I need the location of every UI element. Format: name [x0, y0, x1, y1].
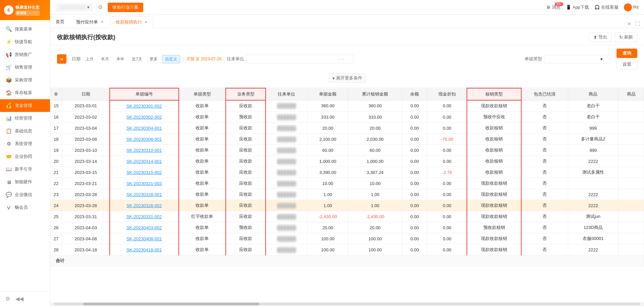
- cell-included: 否: [521, 244, 568, 255]
- cell-balance: 0.00: [402, 233, 427, 244]
- cell-partner: ██████: [266, 167, 307, 178]
- export-btn[interactable]: ⬆ 导出: [589, 32, 611, 42]
- bill-no-link[interactable]: SK-20230328-002: [126, 203, 162, 208]
- gear-icon[interactable]: ⚙: [96, 3, 105, 12]
- table-total-row: 合计: [50, 255, 644, 266]
- cell-bill-no: SK-20230310-001: [110, 145, 179, 156]
- sidebar-item-fund[interactable]: 💰资金管理: [0, 99, 50, 112]
- sidebar-item-inventory[interactable]: 🏠库存核算: [0, 86, 50, 99]
- th-settings[interactable]: ⚙: [50, 88, 62, 100]
- th-bill-type: 单据类型: [179, 88, 226, 100]
- cell-date: 2023-03-02: [62, 112, 110, 123]
- bill-type-chevron: ▾: [600, 57, 603, 62]
- bill-no-link[interactable]: SK-20230321-003: [126, 181, 162, 186]
- th-biz-type: 业务类型: [226, 88, 266, 100]
- user-area[interactable]: Rit: [624, 3, 639, 11]
- bill-no-link[interactable]: SK-20230310-001: [126, 148, 162, 153]
- bill-no-link[interactable]: SK-20230314-001: [126, 159, 162, 164]
- app-download-label: App下载: [573, 4, 589, 10]
- filter-date-item: 日期 上月 本月 本年 近7天 更多 自定义 | 不限 至 2023-07-26: [72, 55, 221, 63]
- cell-included: 否: [521, 233, 568, 244]
- date-btn-custom[interactable]: 自定义: [162, 55, 180, 63]
- cell-bill-type: 收款单: [179, 100, 226, 112]
- sidebar-wechat-label: 企业微信: [15, 192, 32, 198]
- cell-date: 2023-04-08: [62, 233, 110, 244]
- expand-more-btn[interactable]: ▾ 展开更多条件: [329, 73, 366, 83]
- cell-product1: 999: [568, 123, 618, 134]
- bill-no-link[interactable]: SK-20230418-001: [126, 247, 162, 252]
- industry-btn[interactable]: 体验行业方案: [108, 3, 143, 12]
- tab-expand-icon[interactable]: ⛶: [634, 20, 641, 28]
- sidebar-system-icon: ⚙: [5, 141, 12, 147]
- user-avatar: [624, 3, 632, 11]
- horizontal-scrollbar[interactable]: [50, 302, 644, 306]
- cell-partner: ██████: [266, 244, 307, 255]
- bill-no-link[interactable]: SK-20230302-002: [126, 115, 162, 120]
- sidebar-item-operation[interactable]: 📊经营管理: [0, 112, 50, 125]
- page-header: 收款核销执行(按收款) ⬆ 导出 ↻ 刷新: [50, 28, 644, 45]
- tab-collection-close[interactable]: ✕: [145, 20, 148, 24]
- date-btn-more[interactable]: 更多: [147, 55, 161, 63]
- date-btn-last-month[interactable]: 上月: [83, 55, 97, 63]
- sidebar-item-search[interactable]: 🔍搜索菜单: [0, 23, 50, 36]
- sidebar-item-sales[interactable]: 🛒销售管理: [0, 61, 50, 74]
- bill-no-link[interactable]: SK-20230408-001: [126, 236, 162, 241]
- sidebar-item-system[interactable]: ⚙系统管理: [0, 137, 50, 150]
- cell-product1: 2222: [568, 244, 618, 255]
- tab-prepay-close[interactable]: ✕: [101, 20, 104, 24]
- collapse-icon[interactable]: ◀◀: [15, 296, 23, 302]
- bill-no-link[interactable]: SK-20230331-002: [126, 214, 162, 219]
- partner-select[interactable]: ···: [246, 55, 354, 63]
- cell-date: 2023-03-01: [62, 100, 110, 112]
- bill-no-link[interactable]: SK-20230328-001: [126, 192, 162, 197]
- cell-balance: 0.00: [402, 222, 427, 233]
- date-btn-7days[interactable]: 近7天: [129, 55, 145, 63]
- bill-type-select[interactable]: ▾: [544, 55, 611, 63]
- cell-included: 否: [521, 112, 568, 123]
- sidebar-item-basic[interactable]: 📋基础信息: [0, 125, 50, 137]
- app-download-btn[interactable]: 📱 App下载: [566, 4, 589, 10]
- cell-bill-no: SK-20230308-001: [110, 134, 179, 145]
- query-btn[interactable]: 查询: [616, 49, 637, 58]
- sidebar-item-quick[interactable]: ⚡快捷导航: [0, 36, 50, 48]
- bill-no-link[interactable]: SK-20230304-001: [126, 126, 162, 131]
- scrollbar-thumb[interactable]: [83, 303, 259, 305]
- cell-verify-type: 现款收款核销: [467, 178, 521, 189]
- cell-discount: 0.00: [427, 100, 467, 112]
- sidebar-item-guide[interactable]: 📖新手引导: [0, 163, 50, 176]
- bill-no-link[interactable]: SK-20230403-002: [126, 225, 162, 230]
- data-table-wrap: ⚙ 日期 单据编号 单据类型 业务类型 往来单位 单据金额 累计核销金额 余额 …: [50, 88, 644, 302]
- bill-no-link[interactable]: SK-20230315-002: [126, 170, 162, 175]
- cell-product1: 测试多属性: [568, 167, 618, 178]
- bill-no-link[interactable]: SK-20230308-001: [126, 137, 162, 142]
- set-btn[interactable]: 设置: [616, 59, 637, 69]
- tab-collection[interactable]: 收款核销执行 ✕: [110, 16, 153, 28]
- online-service-btn[interactable]: 🎧 在线客服: [594, 4, 619, 10]
- logo-text: 畅康道好生意: [15, 5, 40, 10]
- sidebar-item-enterprise[interactable]: 🤝企业协同: [0, 150, 50, 163]
- sidebar-item-marketing[interactable]: 📢营销推广: [0, 48, 50, 61]
- tab-prepay[interactable]: 预付应付单 ✕: [70, 16, 109, 28]
- cell-discount: 0.00: [427, 178, 467, 189]
- cell-balance: 0.00: [402, 134, 427, 145]
- sidebar-item-purchase[interactable]: 📦采购管理: [0, 74, 50, 86]
- tab-close-all-icon[interactable]: ✕: [626, 20, 633, 28]
- bill-no-link[interactable]: SK-20230301-002: [126, 104, 162, 109]
- tab-home[interactable]: 首页: [50, 16, 70, 28]
- data-table: ⚙ 日期 单据编号 单据类型 业务类型 往来单位 单据金额 累计核销金额 余额 …: [50, 88, 644, 266]
- message-btn[interactable]: 🖥 消息 99+: [546, 4, 560, 10]
- settings-footer-icon[interactable]: ⚙: [5, 296, 10, 302]
- partner-ellipsis: ···: [338, 56, 345, 62]
- cell-biz-type: 应收款: [226, 189, 266, 200]
- tab-collection-label: 收款核销执行: [116, 19, 142, 25]
- filter-toggle-btn[interactable]: »: [57, 54, 66, 64]
- sidebar-item-member[interactable]: V畅会员: [0, 201, 50, 214]
- sidebar-item-wechat[interactable]: 💬企业微信: [0, 188, 50, 201]
- cell-discount: 0.00: [427, 145, 467, 156]
- sidebar-item-hardware[interactable]: 🖥智能硬件: [0, 176, 50, 188]
- date-btn-this-month[interactable]: 本月: [98, 55, 112, 63]
- app-selector[interactable]: ▾: [56, 3, 93, 11]
- cell-product2: [619, 134, 644, 145]
- date-btn-this-year[interactable]: 本年: [113, 55, 127, 63]
- refresh-btn[interactable]: ↻ 刷新: [615, 32, 637, 42]
